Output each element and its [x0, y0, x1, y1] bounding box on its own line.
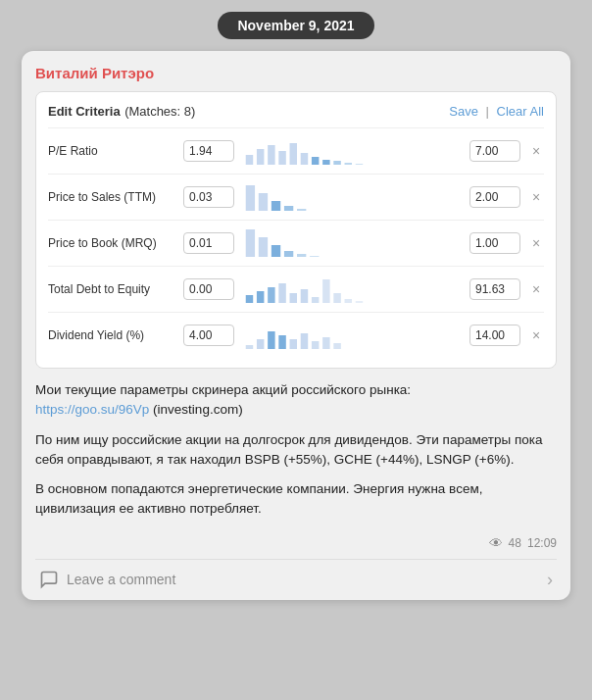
svg-rect-19: [284, 251, 293, 257]
criteria-max-dy[interactable]: [469, 325, 520, 346]
remove-pb-button[interactable]: ×: [528, 235, 544, 251]
clear-all-button[interactable]: Clear All: [497, 104, 544, 119]
post-meta: 👁 48 12:09: [35, 529, 557, 559]
chart-ps: [242, 181, 462, 213]
svg-rect-38: [301, 333, 308, 349]
svg-rect-39: [312, 341, 319, 349]
criteria-row-dy: Dividend Yield (%) ×: [48, 312, 544, 358]
svg-rect-23: [257, 291, 264, 303]
chart-pe: [242, 135, 462, 167]
criteria-label-de: Total Debt to Equity: [48, 282, 175, 296]
svg-rect-26: [290, 293, 297, 303]
post-paragraph2: По ним ищу российские акции на долгосрок…: [35, 430, 557, 471]
action-separator: |: [486, 104, 489, 119]
remove-dy-button[interactable]: ×: [528, 327, 544, 343]
svg-rect-8: [333, 161, 340, 165]
svg-rect-6: [312, 157, 319, 165]
svg-rect-17: [259, 237, 268, 257]
criteria-label-ps: Price to Sales (TTM): [48, 190, 175, 204]
svg-rect-25: [278, 283, 285, 303]
svg-rect-10: [356, 164, 363, 165]
svg-rect-22: [246, 295, 253, 303]
eye-icon: 👁: [489, 535, 503, 551]
chart-de: [242, 274, 462, 305]
svg-rect-37: [290, 339, 297, 349]
comment-bar-left: Leave a comment: [39, 570, 175, 589]
criteria-matches: (Matches: 8): [124, 104, 195, 119]
criteria-header: Edit Criteria (Matches: 8) Save | Clear …: [48, 102, 544, 120]
svg-rect-5: [301, 153, 308, 165]
criteria-min-de[interactable]: [183, 278, 234, 300]
criteria-title-area: Edit Criteria (Matches: 8): [48, 102, 195, 120]
criteria-min-pb[interactable]: [183, 232, 234, 254]
criteria-max-ps[interactable]: [469, 186, 520, 208]
svg-rect-33: [246, 345, 253, 349]
chart-dy: [242, 320, 462, 351]
views-count: 48: [509, 536, 521, 550]
svg-rect-30: [333, 293, 340, 303]
criteria-row-pb: Price to Book (MRQ) ×: [48, 220, 544, 266]
svg-rect-9: [345, 163, 352, 165]
criteria-min-dy[interactable]: [183, 325, 234, 346]
svg-rect-15: [297, 209, 306, 211]
remove-pe-button[interactable]: ×: [528, 143, 544, 159]
svg-rect-0: [246, 155, 253, 165]
chart-pb: [242, 227, 462, 259]
post-link[interactable]: https://goo.su/96Vp: [35, 402, 149, 417]
criteria-max-pe[interactable]: [469, 140, 520, 162]
comment-bar[interactable]: Leave a comment ›: [35, 559, 557, 600]
post-card: Виталий Ритэро Edit Criteria (Matches: 8…: [22, 51, 570, 600]
svg-rect-1: [257, 149, 264, 165]
svg-rect-18: [271, 245, 280, 257]
criteria-max-de[interactable]: [469, 278, 520, 300]
remove-ps-button[interactable]: ×: [528, 189, 544, 205]
svg-rect-21: [310, 256, 319, 257]
criteria-row-pe: P/E Ratio ×: [48, 127, 544, 174]
svg-rect-40: [322, 337, 329, 349]
chevron-right-icon: ›: [547, 570, 553, 590]
svg-rect-2: [268, 145, 274, 165]
criteria-label-pb: Price to Book (MRQ): [48, 236, 175, 250]
svg-rect-16: [246, 229, 255, 257]
svg-rect-35: [268, 331, 274, 349]
comment-placeholder: Leave a comment: [67, 572, 175, 587]
svg-rect-34: [257, 339, 264, 349]
post-time: 12:09: [527, 536, 557, 550]
svg-rect-12: [259, 193, 268, 211]
criteria-min-ps[interactable]: [183, 186, 234, 208]
criteria-row-de: Total Debt to Equity ×: [48, 266, 544, 312]
svg-rect-28: [312, 297, 319, 303]
date-label: November 9, 2021: [218, 12, 373, 39]
criteria-label-pe: P/E Ratio: [48, 144, 175, 158]
svg-rect-27: [301, 289, 308, 303]
svg-rect-14: [284, 206, 293, 211]
svg-rect-7: [322, 160, 329, 165]
svg-rect-29: [322, 279, 329, 303]
svg-rect-31: [345, 299, 352, 303]
criteria-box: Edit Criteria (Matches: 8) Save | Clear …: [35, 91, 557, 369]
svg-rect-13: [271, 201, 280, 211]
criteria-min-pe[interactable]: [183, 140, 234, 162]
criteria-max-pb[interactable]: [469, 232, 520, 254]
save-button[interactable]: Save: [449, 104, 478, 119]
svg-rect-41: [333, 343, 340, 349]
criteria-row-ps: Price to Sales (TTM) ×: [48, 174, 544, 220]
criteria-title: Edit Criteria: [48, 104, 121, 119]
svg-rect-36: [278, 335, 285, 349]
post-paragraph1: Мои текущие параметры скринера акций рос…: [35, 380, 557, 421]
criteria-label-dy: Dividend Yield (%): [48, 328, 175, 342]
svg-rect-32: [356, 301, 363, 303]
svg-rect-24: [268, 287, 274, 303]
svg-rect-4: [290, 143, 297, 165]
post-paragraph3: В основном попадаются энергетические ком…: [35, 479, 557, 520]
svg-rect-11: [246, 185, 255, 211]
remove-de-button[interactable]: ×: [528, 281, 544, 297]
post-link-suffix: (investing.com): [153, 402, 243, 417]
svg-rect-20: [297, 254, 306, 257]
svg-rect-3: [278, 151, 285, 165]
author-name: Виталий Ритэро: [35, 65, 557, 81]
criteria-actions: Save | Clear All: [449, 104, 544, 119]
comment-icon: [39, 570, 59, 589]
